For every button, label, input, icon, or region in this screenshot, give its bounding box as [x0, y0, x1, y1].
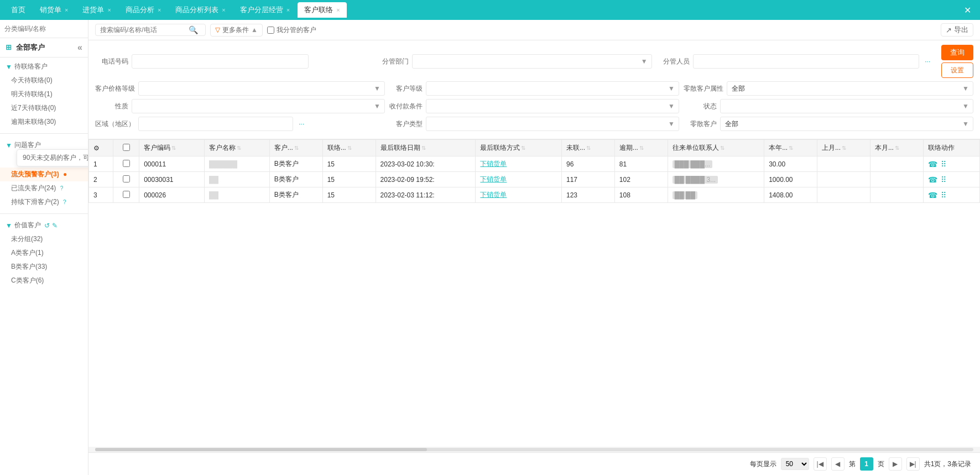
last-way-link[interactable]: 下销货单: [480, 160, 507, 168]
export-button[interactable]: ↗ 导出: [941, 23, 973, 36]
zero-retail-select[interactable]: 全部: [720, 117, 973, 131]
payment-select[interactable]: [426, 99, 679, 113]
tab-customer-contact[interactable]: 客户联络 ×: [298, 2, 346, 18]
region-input[interactable]: [138, 117, 293, 131]
col-code[interactable]: 客户编码⇅: [139, 140, 205, 156]
col-checkbox[interactable]: [113, 140, 139, 156]
tab-analysis-list[interactable]: 商品分析列表 ×: [169, 2, 232, 18]
sidebar-item-class-a[interactable]: A类客户(1): [0, 246, 88, 260]
tab-home[interactable]: 首页: [4, 2, 32, 18]
toolbar-search-icon[interactable]: 🔍: [189, 25, 198, 34]
sidebar-section-pending-title[interactable]: ▼ 待联络客户: [0, 60, 88, 74]
sidebar-item-ungroup[interactable]: 未分组(32): [0, 232, 88, 246]
sidebar-item-tomorrow-contact[interactable]: 明天待联络(1): [0, 87, 88, 101]
my-customer-checkbox[interactable]: [267, 27, 274, 34]
scrollbar-track: [95, 448, 973, 451]
col-settings[interactable]: ⚙: [89, 140, 113, 156]
settings-button[interactable]: 设置: [941, 62, 973, 78]
more-icon-1[interactable]: ⠿: [941, 175, 946, 184]
per-page-select[interactable]: 50 100 200: [781, 458, 809, 470]
last-way-link[interactable]: 下销货单: [480, 175, 507, 183]
col-last-way[interactable]: 最后联络方式⇅: [476, 140, 562, 156]
sidebar-item-today-contact[interactable]: 今天待联络(0): [0, 74, 88, 87]
sidebar-section-value-title[interactable]: ▼ 价值客户 ↺ ✎: [0, 218, 88, 232]
sidebar-item-class-c[interactable]: C类客户(6): [0, 274, 88, 288]
customer-level-select[interactable]: [426, 81, 679, 96]
value-refresh-icon[interactable]: ↺: [44, 222, 50, 229]
last-page-button[interactable]: ▶|: [906, 457, 920, 471]
cell-last-way[interactable]: 下销货单: [476, 156, 562, 172]
col-this-month[interactable]: 本月...⇅: [870, 140, 923, 156]
nature-select[interactable]: [132, 99, 385, 113]
col-unit-contact[interactable]: 往来单位联系人⇅: [668, 140, 764, 156]
tab-analysis-list-close[interactable]: ×: [222, 7, 225, 13]
contact-icon-2[interactable]: ☎: [928, 191, 937, 200]
col-contact[interactable]: 联络...⇅: [322, 140, 376, 156]
sidebar-all-label: 全部客户: [16, 43, 45, 51]
last-way-link[interactable]: 下销货单: [480, 191, 507, 199]
toolbar-search-input[interactable]: [100, 26, 189, 34]
zero-retail-attr-select[interactable]: 全部: [727, 81, 973, 96]
sidebar-search-input[interactable]: [4, 25, 87, 33]
col-last-month[interactable]: 上月...⇅: [817, 140, 870, 156]
my-customer-checkbox-wrap[interactable]: 我分管的客户: [267, 25, 316, 35]
sidebar-item-week-contact[interactable]: 近7天待联络(0): [0, 101, 88, 115]
row-checkbox-1[interactable]: [123, 175, 130, 182]
manager-select[interactable]: [693, 54, 919, 69]
window-close-button[interactable]: ✕: [960, 5, 976, 15]
query-button[interactable]: 查询: [941, 45, 973, 60]
tab-sales-close[interactable]: ×: [65, 7, 68, 13]
col-overdue[interactable]: 逾期...⇅: [614, 140, 668, 156]
tab-analysis-close[interactable]: ×: [158, 7, 161, 13]
contact-icon-0[interactable]: ☎: [928, 160, 937, 169]
status-select[interactable]: [720, 99, 973, 113]
prev-page-button[interactable]: ◀: [831, 457, 845, 471]
sidebar-item-loss-warning[interactable]: 流失预警客户(3) ●: [0, 168, 88, 181]
tab-purchase-close[interactable]: ×: [107, 7, 111, 13]
dept-select[interactable]: [412, 54, 651, 69]
sidebar-item-overdue-contact[interactable]: 逾期未联络(30): [0, 115, 88, 129]
contact-icon-1[interactable]: ☎: [928, 175, 937, 184]
cell-num: 1: [89, 156, 113, 172]
more-icon-2[interactable]: ⠿: [941, 191, 946, 200]
cell-unit-contact: ██ ████ 3...: [668, 172, 764, 187]
more-filter-button[interactable]: ▽ 更多条件 ▲: [210, 24, 263, 36]
region-dots[interactable]: ···: [296, 120, 306, 128]
tab-purchase[interactable]: 进货单 ×: [76, 2, 117, 18]
zero-retail-value: 全部: [725, 119, 738, 129]
nature-label: 性质: [95, 102, 128, 111]
scrollbar-thumb[interactable]: [95, 448, 427, 451]
col-name[interactable]: 客户名称⇅: [204, 140, 269, 156]
cell-last-way[interactable]: 下销货单: [476, 187, 562, 203]
col-last-date[interactable]: 最后联络日期⇅: [376, 140, 476, 156]
sidebar-all-customers[interactable]: ⊞ 全部客户 «: [0, 38, 88, 58]
sidebar-section-value: ▼ 价值客户 ↺ ✎ 未分组(32) A类客户(1) B类客户(33) C类客户…: [0, 216, 88, 290]
cell-last-way[interactable]: 下销货单: [476, 172, 562, 187]
customer-type-select[interactable]: [426, 117, 679, 131]
tab-customer-contact-close[interactable]: ×: [336, 7, 340, 13]
next-page-button[interactable]: ▶: [889, 457, 902, 471]
tab-customer-tier[interactable]: 客户分层经营 ×: [233, 2, 296, 18]
row-checkbox-0[interactable]: [123, 160, 130, 167]
manager-dots[interactable]: ···: [922, 58, 932, 65]
more-icon-0[interactable]: ⠿: [941, 160, 946, 169]
value-edit-icon[interactable]: ✎: [52, 222, 58, 229]
sidebar-item-lost-customer[interactable]: 已流失客户(24) ?: [0, 181, 88, 195]
cell-checkbox[interactable]: [113, 187, 139, 203]
col-type[interactable]: 客户...⇅: [269, 140, 322, 156]
cell-checkbox[interactable]: [113, 156, 139, 172]
horizontal-scrollbar[interactable]: [88, 447, 980, 452]
tab-sales[interactable]: 销货单 ×: [33, 2, 75, 18]
tab-analysis[interactable]: 商品分析 ×: [119, 2, 168, 18]
sidebar-item-class-b[interactable]: B类客户(33): [0, 260, 88, 274]
sidebar-item-declining-customer[interactable]: 持续下滑客户(2) ?: [0, 195, 88, 209]
col-not-contact[interactable]: 未联...⇅: [561, 140, 614, 156]
col-this-year[interactable]: 本年...⇅: [764, 140, 817, 156]
first-page-button[interactable]: |◀: [814, 457, 827, 471]
select-all-checkbox[interactable]: [123, 144, 130, 151]
phone-input[interactable]: [132, 54, 309, 69]
tab-customer-tier-close[interactable]: ×: [286, 7, 290, 13]
price-level-select[interactable]: [138, 81, 385, 96]
cell-checkbox[interactable]: [113, 172, 139, 187]
row-checkbox-2[interactable]: [123, 191, 130, 198]
